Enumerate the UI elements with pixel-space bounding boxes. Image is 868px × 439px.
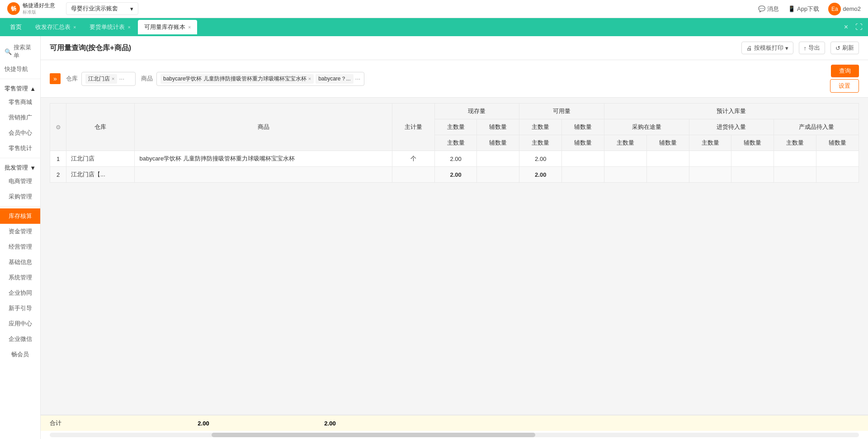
sidebar-item-wholesale-mgmt[interactable]: 批发管理 ▼ — [0, 160, 40, 174]
row-current-sub-qty-1 — [477, 151, 519, 167]
sidebar-item-operations[interactable]: 经营管理 — [0, 239, 40, 255]
sidebar-item-retail-mall[interactable]: 零售商城 — [0, 94, 40, 110]
row-prp-sub-1 — [816, 151, 859, 167]
warehouse-label: 仓库 — [66, 75, 78, 83]
group-current-sub-qty — [477, 167, 519, 183]
group-available-qty: 2.00 — [519, 167, 562, 183]
group-pt-sub — [646, 167, 689, 183]
sidebar-item-new-guide[interactable]: 新手引导 — [0, 301, 40, 316]
pp-sub-qty-header: 辅数量 — [731, 135, 774, 151]
group-current-qty: 2.00 — [434, 167, 477, 183]
sidebar-item-app-center[interactable]: 应用中心 — [0, 316, 40, 331]
sidebar-item-member[interactable]: 畅会员 — [0, 347, 40, 362]
warehouse-input[interactable]: 江北门店 × ··· — [81, 72, 136, 86]
warehouse-tag-close[interactable]: × — [112, 76, 114, 81]
filter-bar: » 仓库 江北门店 × ··· 商品 babycare学饮杯 儿童防摔防撞吸管杯… — [41, 60, 868, 98]
print-icon: 🖨 — [746, 45, 752, 52]
export-button[interactable]: ↑ 导出 — [799, 42, 826, 54]
user-profile[interactable]: Ea demo2 — [828, 3, 861, 15]
goods-input[interactable]: babycare学饮杯 儿童防摔防撞吸管杯重力球吸嘴杯宝宝水杯 × babyca… — [156, 72, 364, 86]
warehouse-tag: 江北门店 × — [85, 74, 117, 84]
current-main-qty-header: 主数量 — [434, 119, 477, 135]
pp-main-qty-header: 主数量 — [689, 135, 731, 151]
logo-icon: 畅 — [7, 2, 20, 15]
logo-text-area: 畅捷通好生意 标准版 — [23, 2, 55, 15]
sidebar-divider-1 — [0, 79, 40, 79]
sidebar-item-retail-stats[interactable]: 零售统计 — [0, 141, 40, 156]
order-summary-label: 要货单统计表 — [90, 23, 125, 31]
sidebar-item-retail-mgmt[interactable]: 零售管理 ▲ — [0, 81, 40, 94]
search-icon: 🔍 — [5, 48, 12, 55]
sidebar-divider-2 — [0, 158, 40, 158]
row-pt-sub-1 — [646, 151, 689, 167]
sidebar-item-enterprise-wechat[interactable]: 企业微信 — [0, 331, 40, 347]
sidebar-item-enterprise-collab[interactable]: 企业协同 — [0, 285, 40, 301]
table-group-row: 2 江北门店【... 2.00 2.00 — [50, 167, 859, 183]
warehouse-more-icon[interactable]: ··· — [119, 75, 124, 82]
group-warehouse: 江北门店【... — [66, 167, 135, 183]
warehouse-filter-group: 仓库 江北门店 × ··· — [66, 72, 136, 86]
current-main-qty-sub-header: 主数量 — [434, 135, 477, 151]
nav-tabs-actions: × ⛶ — [842, 21, 864, 33]
message-button[interactable]: 💬 消息 — [758, 5, 779, 13]
chevron-down-icon: ▾ — [130, 5, 133, 12]
sidebar-item-inventory-check[interactable]: 库存核算 — [0, 208, 40, 224]
tab-home[interactable]: 首页 — [4, 20, 28, 34]
table-container[interactable]: ⚙ 仓库 商品 主计量 现存量 可用量 预计入库量 主数量 辅数量 主数量 辅数… — [41, 98, 868, 415]
group-available-sub-qty — [562, 167, 604, 183]
tab-available-stock[interactable]: 可用量库存账本 × — [138, 20, 197, 34]
filter-right-buttons: 查询 设置 — [830, 65, 859, 93]
group-goods — [135, 167, 392, 183]
logo-subtitle: 标准版 — [23, 9, 55, 15]
sidebar-item-basic-info[interactable]: 基础信息 — [0, 255, 40, 270]
sidebar-search[interactable]: 🔍 搜索菜单 — [0, 40, 40, 63]
sidebar-item-system-mgmt[interactable]: 系统管理 — [0, 270, 40, 285]
sidebar-quick-nav[interactable]: 快捷导航 — [0, 63, 40, 75]
sidebar-item-member-center[interactable]: 会员中心 — [0, 125, 40, 141]
logo-area: 畅 畅捷通好生意 标准版 — [7, 2, 55, 15]
phone-icon: 📱 — [788, 5, 795, 12]
tab-order-summary[interactable]: 要货单统计表 × — [83, 20, 137, 34]
group-index: 2 — [50, 167, 66, 183]
refresh-icon: ↺ — [835, 45, 840, 52]
row-unit-1: 个 — [392, 151, 434, 167]
close-order-summary-icon[interactable]: × — [127, 24, 130, 30]
tab-receive-summary[interactable]: 收发存汇总表 × — [29, 20, 82, 34]
filter-settings-button[interactable]: 设置 — [830, 79, 859, 93]
row-prp-main-1 — [774, 151, 816, 167]
refresh-button[interactable]: ↺ 刷新 — [830, 42, 859, 54]
horizontal-scrollbar[interactable] — [50, 433, 859, 437]
table-settings-icon[interactable]: ⚙ — [56, 124, 61, 131]
data-table: ⚙ 仓库 商品 主计量 现存量 可用量 预计入库量 主数量 辅数量 主数量 辅数… — [50, 103, 859, 183]
row-current-qty-1: 2.00 — [434, 151, 477, 167]
current-stock-group-header: 现存量 — [434, 104, 519, 119]
sidebar-item-finance[interactable]: 资金管理 — [0, 224, 40, 239]
sidebar-item-marketing[interactable]: 营销推广 — [0, 110, 40, 125]
close-all-button[interactable]: × — [842, 21, 850, 33]
sidebar-item-ecommerce[interactable]: 电商管理 — [0, 174, 40, 189]
close-receive-summary-icon[interactable]: × — [73, 24, 76, 30]
row-available-sub-qty-1 — [562, 151, 604, 167]
industry-selector[interactable]: 母婴行业演示账套 ▾ — [66, 2, 138, 15]
goods-tag-1-close[interactable]: × — [308, 76, 311, 81]
app-download-button[interactable]: 📱 App下载 — [788, 5, 819, 13]
purchase-transit-group-header: 采购在途量 — [604, 119, 689, 135]
current-sub-qty-sub-header: 辅数量 — [477, 135, 519, 151]
chevron-down-icon-wholesale: ▼ — [30, 165, 36, 171]
sidebar-item-purchase-mgmt[interactable]: 采购管理 — [0, 189, 40, 204]
scrollbar-thumb[interactable] — [212, 433, 535, 437]
group-pp-main — [689, 167, 731, 183]
query-button[interactable]: 查询 — [831, 65, 859, 77]
template-print-button[interactable]: 🖨 按模板打印 ▾ — [741, 42, 793, 54]
product-pending-group-header: 产成品待入量 — [774, 119, 859, 135]
row-pp-sub-1 — [731, 151, 774, 167]
fullscreen-button[interactable]: ⛶ — [854, 21, 864, 33]
page-title: 可用量查询(按仓库+商品) — [50, 43, 131, 58]
goods-more-icon[interactable]: ··· — [355, 75, 361, 82]
filter-expand-button[interactable]: » — [50, 73, 61, 84]
pt-main-qty-header: 主数量 — [604, 135, 646, 151]
footer-label: 合计 — [50, 419, 140, 427]
row-goods-1: babycare学饮杯 儿童防摔防撞吸管杯重力球吸嘴杯宝宝水杯 — [135, 151, 392, 167]
settings-col-header: ⚙ — [50, 104, 66, 151]
close-available-stock-icon[interactable]: × — [188, 24, 191, 30]
